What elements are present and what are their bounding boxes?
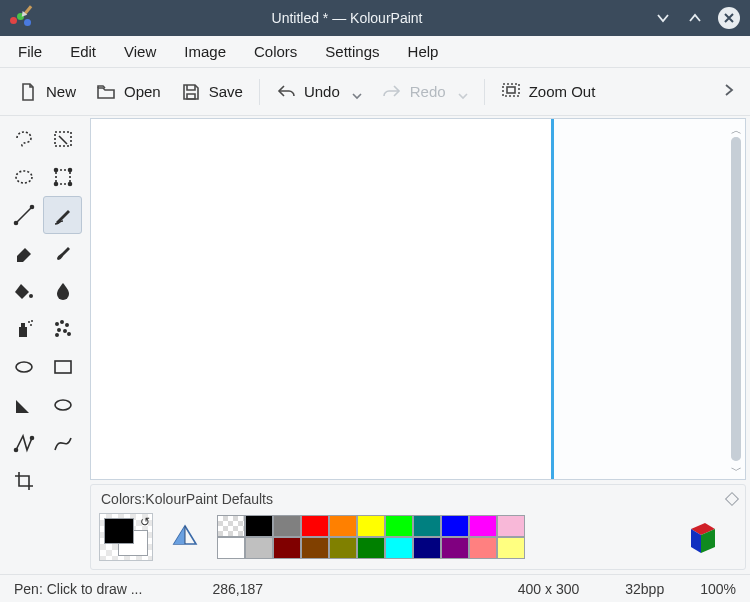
fg-bg-swatch[interactable]: ↺ — [99, 513, 153, 561]
save-button[interactable]: Save — [171, 76, 253, 108]
statusbar: Pen: Click to draw ... 286,187 400 x 300… — [0, 574, 750, 602]
scroll-thumb[interactable] — [731, 137, 741, 461]
svg-point-26 — [55, 400, 71, 410]
undo-dropdown[interactable] — [352, 87, 362, 97]
open-button[interactable]: Open — [86, 76, 171, 108]
swatch[interactable] — [245, 515, 273, 537]
tool-pen[interactable] — [43, 196, 82, 234]
tool-brush[interactable] — [43, 234, 82, 272]
vertical-scrollbar[interactable]: ︿ ﹀ — [729, 123, 743, 475]
svg-point-5 — [54, 169, 57, 172]
save-label: Save — [209, 83, 243, 100]
svg-point-18 — [60, 321, 62, 323]
tool-transform-select[interactable] — [43, 158, 82, 196]
tool-ellipse-select[interactable] — [4, 158, 43, 196]
tool-fill[interactable] — [4, 272, 43, 310]
menu-view[interactable]: View — [112, 39, 168, 64]
tool-eraser[interactable] — [4, 234, 43, 272]
swatch[interactable] — [469, 515, 497, 537]
canvas[interactable] — [91, 119, 554, 479]
swatch[interactable] — [441, 537, 469, 559]
menu-colors[interactable]: Colors — [242, 39, 309, 64]
colors-panel: Colors: KolourPaint Defaults ↺ — [90, 484, 746, 570]
tool-blur[interactable] — [43, 272, 82, 310]
tool-palette — [0, 116, 86, 574]
swatch[interactable] — [357, 537, 385, 559]
close-button[interactable] — [718, 7, 740, 29]
colors-collapse-icon[interactable] — [725, 492, 739, 506]
undo-button[interactable]: Undo — [266, 76, 372, 108]
canvas-column: ︿ ﹀ Colors: KolourPaint Defaults ↺ — [86, 116, 750, 574]
swatch[interactable] — [217, 515, 245, 537]
tool-ellipse[interactable] — [4, 348, 43, 386]
svg-point-17 — [55, 323, 57, 325]
color-picker-button[interactable] — [171, 523, 199, 551]
swatch[interactable] — [329, 515, 357, 537]
scroll-track[interactable] — [731, 137, 741, 461]
tool-pattern-spray[interactable] — [43, 310, 82, 348]
tool-rectangle[interactable] — [43, 348, 82, 386]
swatch[interactable] — [273, 515, 301, 537]
tool-free-select[interactable] — [4, 120, 43, 158]
svg-point-6 — [68, 169, 71, 172]
tool-rect-select[interactable] — [43, 120, 82, 158]
tool-spray[interactable] — [4, 310, 43, 348]
swatch[interactable] — [357, 515, 385, 537]
status-size: 400 x 300 — [518, 581, 580, 597]
scroll-down-icon[interactable]: ﹀ — [730, 463, 742, 475]
swatch[interactable] — [301, 515, 329, 537]
zoom-out-button[interactable]: Zoom Out — [491, 76, 606, 108]
swatch[interactable] — [497, 515, 525, 537]
canvas-gutter: ︿ ﹀ — [554, 119, 745, 479]
swatch[interactable] — [497, 537, 525, 559]
menu-file[interactable]: File — [6, 39, 54, 64]
tool-bezier[interactable] — [4, 424, 43, 462]
menu-help[interactable]: Help — [396, 39, 451, 64]
swatch[interactable] — [329, 537, 357, 559]
svg-rect-25 — [55, 361, 71, 373]
swatch[interactable] — [245, 537, 273, 559]
swatch[interactable] — [217, 537, 245, 559]
tool-line[interactable] — [4, 196, 43, 234]
swap-colors-icon[interactable]: ↺ — [140, 515, 150, 529]
zoom-out-label: Zoom Out — [529, 83, 596, 100]
titlebar: Untitled * — KolourPaint — [0, 0, 750, 36]
menu-settings[interactable]: Settings — [313, 39, 391, 64]
color-cube-icon[interactable] — [681, 517, 721, 557]
menu-edit[interactable]: Edit — [58, 39, 108, 64]
svg-point-28 — [30, 437, 33, 440]
foreground-color[interactable] — [104, 518, 134, 544]
svg-rect-1 — [507, 87, 515, 93]
svg-point-7 — [54, 183, 57, 186]
tool-curve[interactable] — [43, 424, 82, 462]
new-file-icon — [18, 82, 38, 102]
svg-point-11 — [29, 294, 33, 298]
svg-rect-0 — [503, 84, 519, 96]
swatch[interactable] — [441, 515, 469, 537]
swatch[interactable] — [301, 537, 329, 559]
svg-point-19 — [65, 324, 67, 326]
open-folder-icon — [96, 82, 116, 102]
swatch[interactable] — [413, 515, 441, 537]
swatch[interactable] — [413, 537, 441, 559]
swatch[interactable] — [385, 515, 413, 537]
swatch[interactable] — [469, 537, 497, 559]
tool-rounded-rect[interactable] — [43, 386, 82, 424]
menu-image[interactable]: Image — [172, 39, 238, 64]
maximize-button[interactable] — [686, 9, 704, 27]
swatch[interactable] — [273, 537, 301, 559]
toolbar-separator — [259, 79, 260, 105]
swatch[interactable] — [385, 537, 413, 559]
tool-crop[interactable] — [4, 462, 43, 500]
menubar: File Edit View Image Colors Settings Hel… — [0, 36, 750, 68]
minimize-button[interactable] — [654, 9, 672, 27]
toolbar-overflow[interactable] — [716, 81, 742, 102]
svg-point-14 — [28, 321, 30, 323]
tool-polygon[interactable] — [4, 386, 43, 424]
zoom-out-icon — [501, 82, 521, 102]
scroll-up-icon[interactable]: ︿ — [730, 123, 742, 135]
svg-rect-13 — [21, 323, 25, 327]
new-button[interactable]: New — [8, 76, 86, 108]
open-label: Open — [124, 83, 161, 100]
colors-label-value: KolourPaint Defaults — [145, 491, 273, 507]
